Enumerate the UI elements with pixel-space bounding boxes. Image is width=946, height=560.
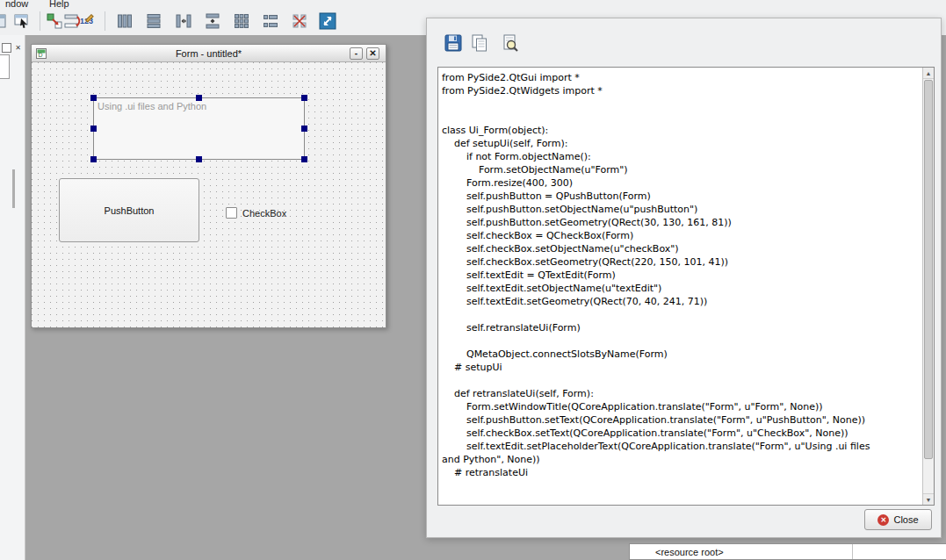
edit-tab-order-icon[interactable]: 123 (78, 11, 99, 32)
layout-vertical-splitter-icon[interactable] (202, 11, 223, 32)
generated-code: from PySide2.QtGui import * from PySide2… (438, 68, 921, 479)
close-window-button[interactable]: ✕ (366, 47, 379, 60)
close-dialog-button[interactable]: Close (864, 509, 932, 530)
selection-handle[interactable] (301, 126, 307, 132)
textedit-widget[interactable]: Using .ui files and Python (93, 97, 305, 160)
selection-handle[interactable] (196, 156, 202, 162)
break-layout-icon[interactable] (289, 11, 310, 32)
dock-close-icon[interactable] (13, 43, 23, 53)
resource-root-item[interactable]: <resource root> (655, 545, 724, 559)
toolbar-separator (105, 11, 105, 31)
resource-panel-divider (852, 544, 853, 559)
pushbutton-label: PushButton (105, 205, 155, 216)
form-window-titlebar[interactable]: D Form - untitled* - ✕ (32, 45, 386, 62)
textedit-placeholder: Using .ui files and Python (97, 101, 206, 111)
form-canvas[interactable]: Using .ui files and Python PushButton Ch… (32, 62, 386, 327)
checkbox-widget[interactable]: CheckBox (226, 195, 314, 231)
close-button-label: Close (893, 514, 918, 525)
checkbox-box[interactable] (226, 207, 237, 219)
dock-scrollbar[interactable] (12, 169, 15, 208)
selection-handle[interactable] (196, 95, 202, 101)
adjust-size-icon[interactable] (317, 11, 338, 32)
layout-horizontal-splitter-icon[interactable] (173, 11, 194, 32)
checkbox-label: CheckBox (242, 208, 286, 219)
layout-form-icon[interactable] (260, 11, 281, 32)
menu-help[interactable]: Help (49, 0, 69, 9)
selection-handle[interactable] (90, 95, 97, 101)
layout-vertical-icon[interactable] (143, 11, 164, 32)
layout-grid-icon[interactable] (231, 11, 252, 32)
widget-filter-input[interactable] (0, 54, 10, 79)
close-x-icon (877, 514, 889, 526)
dock-float-icon[interactable] (2, 43, 11, 53)
selection-handle[interactable] (90, 126, 97, 132)
code-editor[interactable]: from PySide2.QtGui import * from PySide2… (437, 67, 935, 506)
code-preview-dialog: from PySide2.QtGui import * from PySide2… (426, 18, 942, 538)
pushbutton-widget[interactable]: PushButton (59, 178, 199, 242)
scroll-up-icon[interactable] (923, 68, 934, 79)
copy-icon[interactable] (470, 33, 489, 53)
edit-widgets-icon[interactable] (11, 11, 32, 32)
minimize-button[interactable]: - (350, 47, 363, 60)
menu-window[interactable]: ndow (5, 0, 28, 9)
designer-form-window: D Form - untitled* - ✕ Using .ui files a… (31, 44, 386, 328)
clipped-toolbar-icon[interactable] (0, 11, 9, 32)
code-vertical-scrollbar[interactable] (922, 68, 934, 505)
selection-handle[interactable] (301, 95, 307, 101)
scroll-down-icon[interactable] (923, 493, 934, 505)
scrollbar-thumb[interactable] (924, 80, 933, 459)
resource-browser-panel: <resource root> (629, 543, 946, 560)
toolbar-separator (40, 11, 40, 31)
layout-horizontal-icon[interactable] (114, 11, 135, 32)
save-icon[interactable] (444, 33, 463, 53)
find-icon[interactable] (501, 33, 520, 53)
form-window-title: Form - untitled* (32, 48, 386, 59)
selection-handle[interactable] (90, 156, 97, 162)
widget-box-dock (0, 35, 25, 560)
selection-handle[interactable] (301, 156, 307, 162)
menubar: ndow Help (0, 0, 946, 9)
